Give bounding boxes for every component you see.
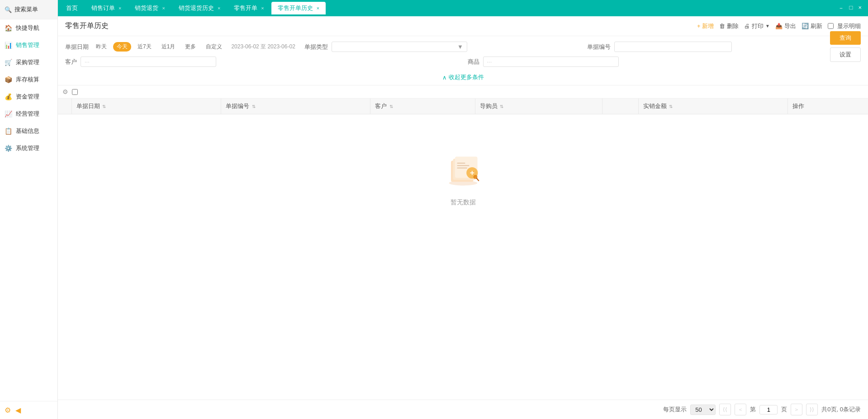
sidebar-item-finance[interactable]: 💰 资金管理 [0,88,57,105]
tab-retail-open-history-close[interactable]: × [317,5,319,11]
date-range-display: 2023-06-02 至 2023-06-02 [231,43,295,51]
per-page-label: 每页显示 [663,405,687,414]
date-btn-custom[interactable]: 自定义 [202,42,226,52]
svg-rect-9 [457,163,465,164]
collapse-filter-label: 收起更多条件 [449,73,484,81]
tab-home[interactable]: 首页 [60,2,84,14]
sidebar-item-sales-mgmt[interactable]: 📊 销售管理 [0,37,57,54]
empty-state: 暂无数据 [58,114,868,243]
close-button[interactable]: × [858,4,862,12]
tab-sales-return[interactable]: 销货退货 × [128,2,171,14]
display-detail-toggle[interactable]: 显示明细 [828,22,861,30]
date-btn-yesterday[interactable]: 昨天 [92,42,110,52]
page-title: 零售开单历史 [65,21,109,31]
goods-filter: 商品 ··· [468,56,861,67]
customer-dots[interactable]: ··· [85,58,90,65]
next-page-button[interactable]: ＞ [791,404,802,415]
sidebar-item-system[interactable]: ⚙️ 系统管理 [0,140,57,157]
pagination: 每页显示 10 20 50 100 ⟨⟨ ＜ 第 页 ＞ ⟩⟩ 共0页, 0条记… [58,400,868,419]
maximize-button[interactable]: □ [849,4,853,12]
date-btn-today[interactable]: 今天 [113,42,131,52]
query-buttons: 查询 设置 [830,31,861,62]
svg-rect-10 [457,165,469,166]
settings-bottom-icon[interactable]: ⚙ [5,406,11,414]
date-btn-more[interactable]: 更多 [181,42,199,52]
customer-filter-label: 客户 [65,58,77,66]
filter-collapse-row: ∧ 收起更多条件 [65,71,861,81]
per-page-select[interactable]: 10 20 50 100 [690,405,716,415]
type-select[interactable]: ▼ [332,42,467,52]
sidebar-item-label: 库存核算 [16,75,39,84]
sidebar-item-quick-nav[interactable]: 🏠 快捷导航 [0,19,57,37]
sort-guide-icon[interactable]: ⇅ [500,104,503,109]
date-buttons: 昨天 今天 近7天 近1月 更多 自定义 [92,42,226,52]
settings-button[interactable]: 设置 [830,47,861,62]
filter-row-2: 客户 ··· 商品 ··· [65,56,861,67]
col-guide: 导购员 ⇅ [475,99,602,114]
query-button[interactable]: 查询 [830,31,861,45]
print-button[interactable]: 🖨 打印 ▼ [744,22,770,30]
tab-sales-return-history[interactable]: 销货退货历史 × [172,2,227,14]
tab-sales-order[interactable]: 销售订单 × [85,2,128,14]
goods-select[interactable]: ··· [483,56,619,67]
collapse-filter-button[interactable]: ∧ 收起更多条件 [442,73,484,81]
delete-button[interactable]: 🗑 删除 [719,22,739,30]
sidebar-item-inventory[interactable]: 📦 库存核算 [0,71,57,88]
goods-dots[interactable]: ··· [487,58,492,65]
sidebar-item-label: 快捷导航 [16,24,39,32]
inventory-icon: 📦 [5,76,12,83]
date-btn-1month[interactable]: 近1月 [158,42,179,52]
col-number: 单据编号 ⇅ [221,99,370,114]
tab-retail-open-history[interactable]: 零售开单历史 × [271,2,326,14]
page-go-label: 第 [750,405,756,414]
sidebar-item-label: 采购管理 [16,58,39,66]
tab-retail-open[interactable]: 零售开单 × [228,2,270,14]
export-button[interactable]: 📤 导出 [775,22,796,30]
col-date: 单据日期 ⇅ [71,99,221,114]
base-info-icon: 📋 [5,127,12,135]
delete-icon: 🗑 [719,23,725,29]
tab-retail-open-close[interactable]: × [261,5,264,11]
page-header: 零售开单历史 + 新增 🗑 删除 🖨 打印 ▼ 📤 导出 🔄 刷新 [58,16,868,36]
sales-icon: 📊 [5,42,12,49]
display-detail-checkbox[interactable] [828,23,834,29]
toolbar: + 新增 🗑 删除 🖨 打印 ▼ 📤 导出 🔄 刷新 显示明细 [697,22,861,30]
system-icon: ⚙️ [5,145,12,152]
number-filter: 单据编号 [587,42,861,52]
prev-page-button[interactable]: ＜ [735,404,746,415]
refresh-button[interactable]: 🔄 刷新 [802,22,822,30]
tab-sales-order-close[interactable]: × [119,5,121,11]
filter-row-1: 单据日期 昨天 今天 近7天 近1月 更多 自定义 2023-06-02 至 2… [65,42,861,52]
tab-retail-open-label: 零售开单 [234,4,257,12]
minimize-button[interactable]: － [838,4,844,12]
table-area: ⚙ 单据日期 ⇅ 单据编号 ⇅ 客户 ⇅ [58,85,868,400]
filter-area: 单据日期 昨天 今天 近7天 近1月 更多 自定义 2023-06-02 至 2… [58,36,868,85]
sort-amount-icon[interactable]: ⇅ [669,104,673,109]
type-filter: 单据类型 ▼ [304,42,578,52]
page-number-input[interactable] [759,405,778,414]
sidebar-item-base-info[interactable]: 📋 基础信息 [0,122,57,140]
print-chevron-icon: ▼ [765,24,770,28]
customer-select[interactable]: ··· [81,56,216,67]
sidebar-item-operations[interactable]: 📈 经营管理 [0,105,57,122]
sort-date-icon[interactable]: ⇅ [102,104,106,109]
sidebar-item-purchase-mgmt[interactable]: 🛒 采购管理 [0,54,57,71]
sort-customer-icon[interactable]: ⇅ [389,104,393,109]
col-customer: 客户 ⇅ [370,99,475,114]
tab-sales-return-history-close[interactable]: × [218,5,220,11]
sidebar-item-label: 系统管理 [16,144,39,152]
col-amount: 实销金额 ⇅ [638,99,787,114]
number-input[interactable] [614,42,732,52]
table-settings-icon[interactable]: ⚙ [62,88,68,95]
date-btn-7days[interactable]: 近7天 [134,42,155,52]
sidebar-search[interactable]: 🔍 搜索菜单 [0,0,57,19]
select-all-checkbox[interactable] [72,89,78,95]
sort-number-icon[interactable]: ⇅ [252,104,256,109]
first-page-button[interactable]: ⟨⟨ [719,404,731,415]
last-page-button[interactable]: ⟩⟩ [806,404,818,415]
collapse-sidebar-icon[interactable]: ◀ [15,406,21,414]
window-controls: － □ × [838,4,866,12]
add-button[interactable]: + 新增 [697,22,714,30]
date-filter: 单据日期 昨天 今天 近7天 近1月 更多 自定义 2023-06-02 至 2… [65,42,295,52]
tab-sales-return-close[interactable]: × [162,5,165,11]
